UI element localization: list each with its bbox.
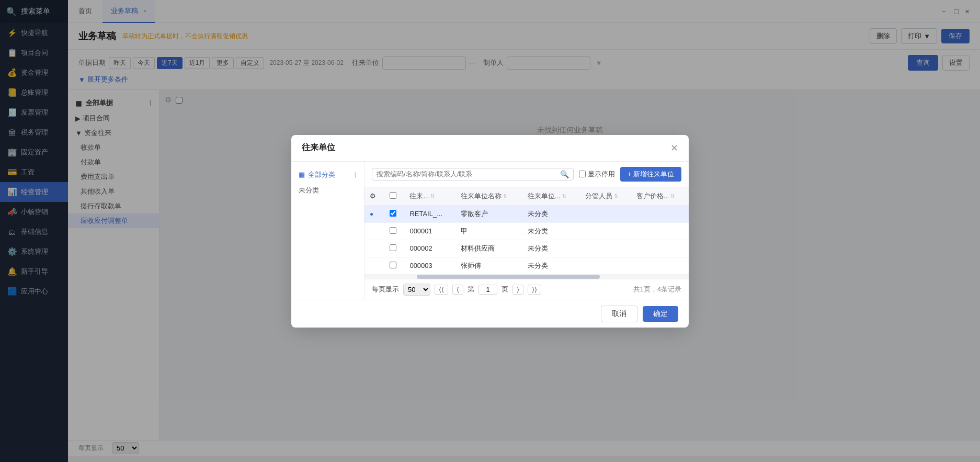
row-category-2: 未分类 — [522, 240, 580, 257]
modal-close-button[interactable]: ✕ — [670, 142, 678, 154]
row-name-2: 材料供应商 — [455, 240, 522, 257]
show-disabled-wrap: 显示停用 — [579, 170, 615, 179]
modal-footer: 取消 确定 — [291, 300, 689, 328]
row-price-level-2 — [631, 240, 689, 257]
table-row[interactable]: ● RETAIL_... 零散客户 未分类 — [364, 205, 689, 222]
modal-overlay: 往来单位 ✕ ▦ 全部分类 ⟨ 未分类 — [0, 0, 980, 462]
row-name-0: 零散客户 — [455, 205, 522, 222]
row-checkbox-0[interactable] — [384, 205, 405, 222]
row-salesperson-0 — [580, 205, 631, 222]
row-price-level-0 — [631, 205, 689, 222]
row-salesperson-3 — [580, 257, 631, 274]
grid-icon-2: ▦ — [299, 171, 305, 178]
row-settings-2[interactable] — [364, 240, 384, 257]
modal-left-item-unclassified[interactable]: 未分类 — [291, 183, 364, 198]
partner-modal: 往来单位 ✕ ▦ 全部分类 ⟨ 未分类 — [291, 135, 689, 328]
modal-search-wrap: 🔍 — [372, 168, 574, 181]
row-name-3: 张师傅 — [455, 257, 522, 274]
add-partner-button[interactable]: + 新增往来单位 — [620, 167, 681, 182]
table-row[interactable]: 000003 张师傅 未分类 — [364, 257, 689, 274]
row-name-1: 甲 — [455, 222, 522, 240]
modal-table: ⚙ 往来...⇅ 往来单位名称⇅ 往来单位...⇅ — [364, 187, 689, 275]
row-checkbox-2[interactable] — [384, 240, 405, 257]
prev-page-btn[interactable]: ⟨ — [452, 285, 463, 295]
modal-left-panel: ▦ 全部分类 ⟨ 未分类 — [291, 162, 364, 300]
row-code-2: 000002 — [404, 240, 455, 257]
modal-scrollbar[interactable] — [364, 275, 689, 279]
table-row[interactable]: 000001 甲 未分类 — [364, 222, 689, 240]
col-category[interactable]: 往来单位...⇅ — [522, 187, 580, 206]
partner-table: ⚙ 往来...⇅ 往来单位名称⇅ 往来单位...⇅ — [364, 187, 689, 275]
page-number-input[interactable] — [478, 285, 497, 295]
page-info: 共1页，4条记录 — [633, 285, 681, 294]
row-price-level-3 — [631, 257, 689, 274]
modal-toolbar: 🔍 显示停用 + 新增往来单位 — [364, 162, 689, 187]
modal-page-size-select[interactable]: 50 100 — [403, 284, 430, 296]
row-category-0: 未分类 — [522, 205, 580, 222]
partner-table-body: ● RETAIL_... 零散客户 未分类 000001 甲 未分类 00000… — [364, 205, 689, 274]
row-checkbox-1[interactable] — [384, 222, 405, 240]
table-header: ⚙ 往来...⇅ 往来单位名称⇅ 往来单位...⇅ — [364, 187, 689, 206]
row-category-3: 未分类 — [522, 257, 580, 274]
row-checkbox-3[interactable] — [384, 257, 405, 274]
show-disabled-checkbox[interactable] — [579, 171, 586, 177]
modal-left-header: ▦ 全部分类 ⟨ — [291, 167, 364, 183]
row-code-0: RETAIL_... — [404, 205, 455, 222]
modal-right-panel: 🔍 显示停用 + 新增往来单位 ⚙ — [364, 162, 689, 300]
modal-body: ▦ 全部分类 ⟨ 未分类 🔍 显示停用 — [291, 162, 689, 300]
cancel-button[interactable]: 取消 — [601, 306, 637, 322]
modal-search-input[interactable] — [377, 170, 557, 178]
col-price-level[interactable]: 客户价格...⇅ — [631, 187, 689, 206]
modal-pagination: 每页显示 50 100 ⟨⟨ ⟨ 第 页 ⟩ ⟩⟩ 共1页，4条记录 — [364, 279, 689, 300]
table-row[interactable]: 000002 材料供应商 未分类 — [364, 240, 689, 257]
row-category-1: 未分类 — [522, 222, 580, 240]
modal-scrollbar-thumb[interactable] — [417, 275, 600, 279]
col-name[interactable]: 往来单位名称⇅ — [455, 187, 522, 206]
confirm-button[interactable]: 确定 — [643, 306, 678, 322]
col-checkbox[interactable] — [384, 187, 405, 206]
row-code-1: 000001 — [404, 222, 455, 240]
modal-left-collapse-btn[interactable]: ⟨ — [354, 171, 357, 178]
modal-header: 往来单位 ✕ — [291, 135, 689, 162]
next-page-btn[interactable]: ⟩ — [512, 285, 523, 295]
search-icon: 🔍 — [560, 170, 569, 178]
row-salesperson-2 — [580, 240, 631, 257]
row-settings-3[interactable] — [364, 257, 384, 274]
col-settings[interactable]: ⚙ — [364, 187, 384, 206]
col-code[interactable]: 往来...⇅ — [404, 187, 455, 206]
row-settings-0[interactable]: ● — [364, 205, 384, 222]
col-salesperson[interactable]: 分管人员⇅ — [580, 187, 631, 206]
row-code-3: 000003 — [404, 257, 455, 274]
modal-title: 往来单位 — [302, 142, 335, 153]
first-page-btn[interactable]: ⟨⟨ — [435, 285, 448, 295]
last-page-btn[interactable]: ⟩⟩ — [528, 285, 541, 295]
row-salesperson-1 — [580, 222, 631, 240]
row-settings-1[interactable] — [364, 222, 384, 240]
row-price-level-1 — [631, 222, 689, 240]
